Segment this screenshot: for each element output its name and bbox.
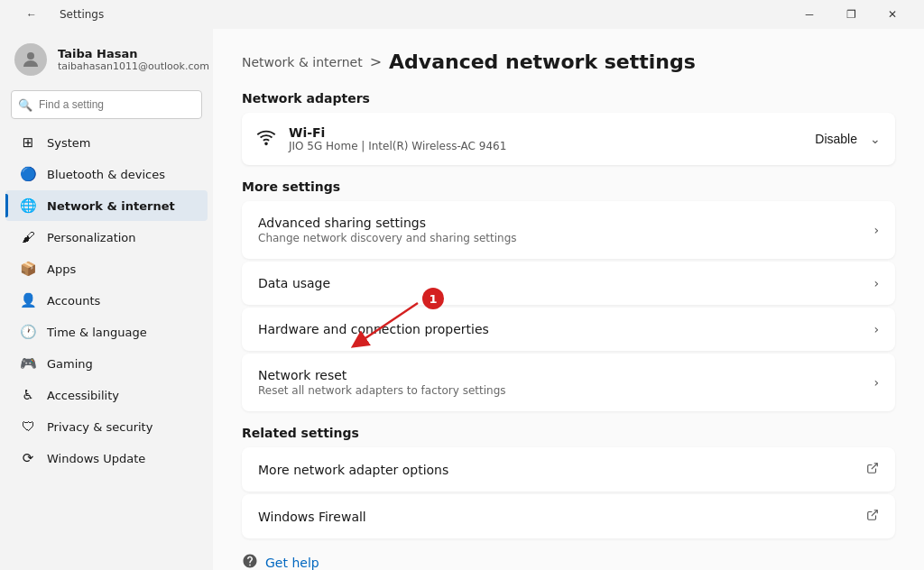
search-box[interactable]: 🔍 — [11, 90, 202, 119]
related-row-more-adapter-options[interactable]: More network adapter options — [242, 447, 895, 492]
nav-icon-bluetooth: 🔵 — [20, 166, 36, 182]
content-area: Network & internet > Advanced network se… — [213, 29, 924, 570]
related-row-windows-firewall[interactable]: Windows Firewall — [242, 494, 895, 538]
disable-button[interactable]: Disable — [808, 128, 864, 150]
maximize-button[interactable]: ❐ — [830, 0, 872, 29]
nav-label-accounts: Accounts — [47, 294, 100, 308]
nav-icon-network: 🌐 — [20, 198, 36, 214]
nav-label-accessibility: Accessibility — [47, 389, 119, 402]
breadcrumb: Network & internet > Advanced network se… — [242, 51, 895, 73]
adapter-name: Wi-Fi — [289, 125, 506, 140]
adapter-chevron[interactable]: ⌄ — [870, 132, 881, 146]
nav-icon-accessibility: ♿ — [20, 387, 36, 403]
row-chevron-network-reset: › — [873, 375, 879, 390]
nav-icon-accounts: 👤 — [20, 292, 36, 308]
row-title-windows-firewall: Windows Firewall — [258, 510, 366, 524]
row-text-advanced-sharing: Advanced sharing settings Change network… — [258, 216, 517, 244]
svg-line-4 — [872, 510, 877, 516]
adapter-sub: JIO 5G Home | Intel(R) Wireless-AC 9461 — [289, 140, 506, 152]
search-icon: 🔍 — [18, 98, 32, 112]
minimize-button[interactable]: ─ — [789, 0, 830, 29]
row-text-data-usage: Data usage — [258, 276, 330, 290]
nav-label-privacy: Privacy & security — [47, 420, 152, 434]
help-icon — [242, 553, 258, 570]
app-container: Taiba Hasan taibahasan1011@outlook.com 🔍… — [0, 29, 924, 570]
more-settings-section: Advanced sharing settings Change network… — [242, 201, 895, 411]
row-text-network-reset: Network reset Reset all network adapters… — [258, 368, 506, 397]
nav-icon-apps: 📦 — [20, 261, 36, 277]
sidebar-item-accessibility[interactable]: ♿ Accessibility — [5, 380, 208, 410]
user-profile[interactable]: Taiba Hasan taibahasan1011@outlook.com — [0, 29, 213, 87]
search-input[interactable] — [11, 90, 202, 119]
titlebar: ← Settings ─ ❐ ✕ — [0, 0, 924, 29]
adapter-left: Wi-Fi JIO 5G Home | Intel(R) Wireless-AC… — [256, 125, 506, 152]
nav-label-personalization: Personalization — [47, 231, 136, 244]
external-icon-windows-firewall — [866, 509, 879, 524]
sidebar-item-apps[interactable]: 📦 Apps — [5, 253, 208, 284]
nav-label-network: Network & internet — [47, 199, 175, 213]
nav-label-gaming: Gaming — [47, 357, 93, 371]
adapter-card: Wi-Fi JIO 5G Home | Intel(R) Wireless-AC… — [242, 113, 895, 165]
sidebar: Taiba Hasan taibahasan1011@outlook.com 🔍… — [0, 29, 213, 570]
nav-label-apps: Apps — [47, 262, 76, 276]
settings-row-advanced-sharing[interactable]: Advanced sharing settings Change network… — [242, 201, 895, 259]
network-adapters-header: Network adapters — [242, 91, 895, 106]
adapter-right: Disable ⌄ — [808, 128, 881, 150]
nav-icon-gaming: 🎮 — [20, 355, 36, 372]
svg-line-3 — [872, 464, 877, 469]
related-settings-header: Related settings — [242, 426, 895, 440]
row-title-more-adapter-options: More network adapter options — [258, 463, 448, 477]
settings-row-network-reset[interactable]: Network reset Reset all network adapters… — [242, 354, 895, 411]
svg-point-0 — [27, 52, 34, 60]
nav-label-system: System — [47, 136, 90, 150]
sidebar-item-network[interactable]: 🌐 Network & internet — [5, 190, 208, 221]
avatar — [14, 43, 47, 76]
sidebar-item-accounts[interactable]: 👤 Accounts — [5, 285, 208, 316]
nav-icon-update: ⟳ — [20, 450, 36, 466]
nav-icon-privacy: 🛡 — [20, 418, 36, 435]
sidebar-item-privacy[interactable]: 🛡 Privacy & security — [5, 411, 208, 442]
row-chevron-hardware-connection: › — [873, 322, 879, 336]
nav-icon-personalization: 🖌 — [20, 229, 36, 245]
nav-icon-system: ⊞ — [20, 134, 36, 151]
settings-row-hardware-connection[interactable]: Hardware and connection properties › — [242, 308, 895, 351]
user-info: Taiba Hasan taibahasan1011@outlook.com — [58, 47, 209, 72]
row-title-hardware-connection: Hardware and connection properties — [258, 322, 489, 336]
svg-point-1 — [265, 142, 267, 144]
breadcrumb-current: Advanced network settings — [389, 51, 696, 73]
row-text-more-adapter-options: More network adapter options — [258, 463, 448, 477]
external-icon-more-adapter-options — [866, 462, 879, 477]
nav-label-update: Windows Update — [47, 452, 145, 465]
close-button[interactable]: ✕ — [872, 0, 913, 29]
titlebar-controls: ─ ❐ ✕ — [789, 0, 913, 29]
nav-label-bluetooth: Bluetooth & devices — [47, 168, 165, 181]
user-name: Taiba Hasan — [58, 47, 209, 60]
sidebar-item-gaming[interactable]: 🎮 Gaming — [5, 348, 208, 379]
sidebar-item-update[interactable]: ⟳ Windows Update — [5, 443, 208, 473]
get-help[interactable]: Get help — [242, 553, 895, 570]
more-settings-header: More settings — [242, 179, 895, 194]
nav-icon-time: 🕐 — [20, 324, 36, 340]
titlebar-title: Settings — [60, 8, 104, 21]
annotation-badge: 1 — [422, 288, 444, 309]
row-title-data-usage: Data usage — [258, 276, 330, 290]
titlebar-left: ← Settings — [11, 0, 104, 29]
breadcrumb-parent[interactable]: Network & internet — [242, 55, 363, 69]
user-email: taibahasan1011@outlook.com — [58, 60, 209, 72]
sidebar-item-bluetooth[interactable]: 🔵 Bluetooth & devices — [5, 159, 208, 189]
row-chevron-data-usage: › — [873, 276, 879, 290]
adapter-info: Wi-Fi JIO 5G Home | Intel(R) Wireless-AC… — [289, 125, 506, 152]
related-settings-section: More network adapter options Windows Fir… — [242, 447, 895, 538]
row-sub-advanced-sharing: Change network discovery and sharing set… — [258, 232, 517, 244]
nav-list: ⊞ System 🔵 Bluetooth & devices 🌐 Network… — [0, 126, 213, 474]
settings-row-data-usage[interactable]: Data usage › — [242, 262, 895, 305]
sidebar-item-personalization[interactable]: 🖌 Personalization — [5, 222, 208, 253]
nav-label-time: Time & language — [47, 326, 147, 339]
back-button[interactable]: ← — [11, 0, 52, 29]
sidebar-item-system[interactable]: ⊞ System — [5, 127, 208, 158]
row-chevron-advanced-sharing: › — [873, 223, 879, 237]
wifi-icon — [256, 127, 276, 152]
row-text-windows-firewall: Windows Firewall — [258, 510, 366, 524]
get-help-text[interactable]: Get help — [265, 556, 319, 570]
sidebar-item-time[interactable]: 🕐 Time & language — [5, 317, 208, 347]
